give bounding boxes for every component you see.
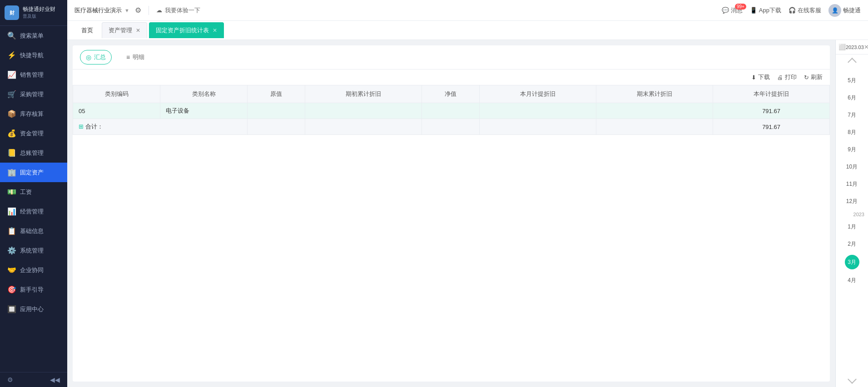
user-profile[interactable]: 👤 畅捷通 (828, 4, 861, 17)
sidebar-icon-search: 🔍 (7, 31, 15, 40)
company-selector[interactable]: 医疗器械行业演示 ▼ (74, 6, 129, 15)
sidebar-item-system[interactable]: ⚙️ 系统管理 (0, 241, 67, 260)
date-panel-body: 5月6月7月8月9月10月11月12月20231月2月3月4月 (836, 70, 868, 372)
table-cell (422, 103, 480, 119)
date-month-item[interactable]: 4月 (836, 272, 868, 289)
tab-label-depreciation: 固定资产折旧统计表 (156, 26, 209, 35)
total-cell (305, 119, 422, 135)
sidebar-item-finance[interactable]: 💰 资金管理 (0, 124, 67, 143)
date-month-item[interactable]: 6月 (836, 89, 868, 106)
topbar-settings-icon[interactable]: ⚙ (135, 6, 141, 15)
company-arrow-icon: ▼ (124, 8, 129, 13)
table-header-col: 净值 (422, 85, 480, 103)
content-area: ◎汇总≡明细 ⬇ 下载 🖨 打印 ↻ 刷新 类别编码类别名称原值期初累计折旧净值… (73, 45, 830, 382)
month-inner: 7月 (845, 109, 859, 121)
sidebar-icon-collab: 🤝 (7, 266, 15, 274)
date-month-item[interactable]: 7月 (836, 106, 868, 124)
sub-tab-detail[interactable]: ≡明细 (121, 50, 150, 64)
date-month-item[interactable]: 11月 (836, 175, 868, 193)
date-month-item[interactable]: 9月 (836, 141, 868, 158)
sub-tab-label-detail: 明细 (133, 53, 144, 61)
sidebar-logo: 财 畅捷通好业财 普及版 (0, 0, 67, 26)
table-cell (248, 103, 305, 119)
sidebar-item-assets[interactable]: 🏢 固定资产 (0, 163, 67, 182)
sidebar-icon-ledger: 📒 (7, 149, 15, 157)
table-wrapper: 类别编码类别名称原值期初累计折旧净值本月计提折旧期末累计折旧本年计提折旧 05电… (73, 85, 830, 382)
headset-icon: 🎧 (789, 7, 796, 14)
sidebar-icon-inventory: 📦 (7, 109, 15, 118)
customer-service-button[interactable]: 🎧 在线客服 (789, 6, 821, 15)
date-month-item[interactable]: 5月 (836, 72, 868, 89)
total-cell (596, 119, 713, 135)
sidebar-label-ops: 经营管理 (20, 208, 44, 216)
sidebar-item-inventory[interactable]: 📦 库存核算 (0, 104, 67, 124)
sidebar-item-purchase[interactable]: 🛒 采购管理 (0, 84, 67, 104)
sidebar-icon-apps: 🔲 (7, 305, 15, 313)
sidebar-item-ops[interactable]: 📊 经营管理 (0, 202, 67, 221)
table-row: 05电子设备791.67 (73, 103, 830, 119)
table-header-col: 本月计提折旧 (480, 85, 596, 103)
tab-label-asset_mgmt: 资产管理 (109, 26, 132, 35)
tabs-bar: 首页资产管理✕固定资产折旧统计表✕ (67, 21, 868, 40)
phone-icon: 📱 (750, 7, 757, 14)
avatar: 👤 (828, 4, 841, 17)
date-panel-expand-icon[interactable]: ⬜ (838, 44, 846, 50)
sidebar-label-ledger: 总账管理 (20, 149, 44, 157)
message-button[interactable]: 💬 消息 99+ (722, 6, 743, 15)
total-cell: 791.67 (713, 119, 830, 135)
table-header-col: 原值 (248, 85, 305, 103)
print-label: 打印 (785, 73, 797, 81)
date-month-item[interactable]: 12月 (836, 193, 868, 210)
sub-tab-summary[interactable]: ◎汇总 (80, 50, 112, 64)
sidebar-label-quicknav: 快捷导航 (20, 51, 44, 60)
sidebar-item-ledger[interactable]: 📒 总账管理 (0, 143, 67, 163)
sidebar-label-system: 系统管理 (20, 247, 44, 255)
sidebar-item-apps[interactable]: 🔲 应用中心 (0, 299, 67, 319)
sidebar-item-sales[interactable]: 📈 销售管理 (0, 65, 67, 84)
sidebar-label-finance: 资金管理 (20, 129, 44, 138)
sidebar-label-purchase: 采购管理 (20, 90, 44, 99)
table-header-col: 类别名称 (160, 85, 248, 103)
print-button[interactable]: 🖨 打印 (777, 73, 797, 81)
download-button[interactable]: ⬇ 下载 (751, 73, 770, 81)
sidebar-label-search: 搜索菜单 (20, 32, 44, 40)
sidebar-icon-ops: 📊 (7, 207, 15, 216)
tab-close-depreciation[interactable]: ✕ (213, 27, 217, 34)
sidebar-item-basic[interactable]: 📋 基础信息 (0, 221, 67, 241)
sidebar-item-guide[interactable]: 🎯 新手引导 (0, 280, 67, 299)
tab-asset_mgmt[interactable]: 资产管理✕ (102, 22, 147, 38)
sidebar-item-payroll[interactable]: 💵 工资 (0, 182, 67, 202)
collapse-icon[interactable]: ◀◀ (50, 376, 60, 383)
tab-depreciation[interactable]: 固定资产折旧统计表✕ (149, 22, 224, 38)
sidebar-bottom: ⚙ ◀◀ (0, 372, 67, 387)
experience-label: 我要体验一下 (165, 6, 200, 15)
date-month-item[interactable]: 8月 (836, 124, 868, 141)
app-download-button[interactable]: 📱 App下载 (750, 6, 781, 15)
total-label: ⊞ 合计： (73, 119, 248, 135)
refresh-button[interactable]: ↻ 刷新 (804, 73, 823, 81)
date-month-item[interactable]: 1月 (836, 218, 868, 235)
date-month-item[interactable]: 3月 (836, 253, 868, 272)
settings-icon[interactable]: ⚙ (7, 376, 13, 383)
sidebar-label-basic: 基础信息 (20, 227, 44, 235)
table-cell (480, 103, 596, 119)
sidebar-label-collab: 企业协同 (20, 266, 44, 274)
tab-home[interactable]: 首页 (74, 22, 100, 38)
refresh-icon: ↻ (804, 74, 809, 81)
experience-button[interactable]: ☁ 我要体验一下 (156, 6, 200, 15)
sidebar-icon-sales: 📈 (7, 70, 15, 79)
month-inner: 9月 (845, 143, 859, 156)
company-name: 医疗器械行业演示 (74, 6, 122, 15)
sidebar-item-search[interactable]: 🔍 搜索菜单 (0, 26, 67, 45)
table-cell (596, 103, 713, 119)
scroll-up-arrow[interactable] (836, 55, 868, 70)
tab-close-asset_mgmt[interactable]: ✕ (136, 27, 140, 34)
sidebar-item-collab[interactable]: 🤝 企业协同 (0, 260, 67, 280)
sidebar-icon-finance: 💰 (7, 129, 15, 138)
date-panel-close-icon[interactable]: ✕ (864, 44, 868, 50)
year-label: 2023 (836, 210, 868, 218)
date-month-item[interactable]: 2月 (836, 235, 868, 253)
date-month-item[interactable]: 10月 (836, 158, 868, 175)
sidebar-item-quicknav[interactable]: ⚡ 快捷导航 (0, 45, 67, 65)
scroll-down-arrow[interactable] (836, 372, 868, 387)
